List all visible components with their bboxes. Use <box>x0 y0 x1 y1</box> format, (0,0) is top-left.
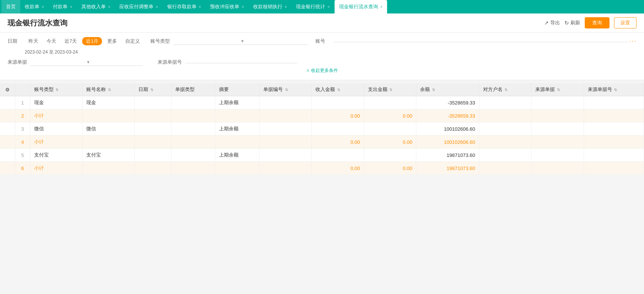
col-income-label: 收入金额 <box>315 87 335 92</box>
table-cell <box>0 96 15 109</box>
table-body: 1现金现金上期余额-3528659.332小计0.000.00-3528659.… <box>0 96 644 175</box>
col-summary-label: 摘要 <box>219 87 229 92</box>
col-doc-no-label: 单据编号 <box>263 87 283 92</box>
close-bank-deposit-icon[interactable]: × <box>199 4 201 9</box>
nav-tab-bank-deposit[interactable]: 银行存取款单 × <box>163 0 206 13</box>
sort-account-type-icon: ⇅ <box>56 88 59 92</box>
close-other-income-icon[interactable]: × <box>108 4 110 9</box>
table-cell: 4 <box>15 136 30 149</box>
source-doc-no-label: 来源单据号 <box>158 59 182 66</box>
account-input[interactable] <box>333 40 627 42</box>
table-row[interactable]: 2小计0.000.00-3528659.33 <box>0 109 644 122</box>
refresh-button[interactable]: ↻ 刷新 <box>564 19 580 26</box>
account-dots-button[interactable]: ··· <box>629 38 636 45</box>
table-row[interactable]: 1现金现金上期余额-3528659.33 <box>0 96 644 109</box>
col-settings[interactable]: ⚙ <box>0 83 15 96</box>
nav-tab-adjust[interactable]: 应收应付调整单 × <box>115 0 162 13</box>
nav-tab-receipt[interactable]: 收款单 × <box>20 0 48 13</box>
table-cell <box>171 149 215 162</box>
close-verify-icon[interactable]: × <box>285 4 287 9</box>
date-btn-more[interactable]: 更多 <box>104 37 120 45</box>
table-cell: 0.00 <box>364 162 416 175</box>
col-doc-type: 单据类型 <box>171 83 215 96</box>
table-row[interactable]: 3微信微信上期余额100102606.60 <box>0 122 644 136</box>
table-cell <box>135 162 171 175</box>
table-cell <box>0 136 15 149</box>
nav-tab-payment[interactable]: 付款单 × <box>48 0 77 13</box>
source-doc-filter-item: 来源单据 ▾ <box>8 58 143 66</box>
date-btn-custom[interactable]: 自定义 <box>122 37 143 45</box>
date-filter-item: 日期 昨天 今天 近7天 近1月 更多 自定义 <box>8 37 143 45</box>
close-cash-flow-icon[interactable]: × <box>380 4 383 9</box>
col-counterpart[interactable]: 对方户名 ⇅ <box>479 83 531 96</box>
table-cell: 上期余额 <box>215 96 259 109</box>
close-adjust-icon[interactable]: × <box>156 4 158 9</box>
table-cell: 19871073.60 <box>416 149 479 162</box>
table-cell: -3528659.33 <box>416 96 479 109</box>
table-cell <box>531 122 584 136</box>
account-type-chevron-icon: ▾ <box>241 38 306 44</box>
col-date-label: 日期 <box>138 87 148 92</box>
query-button[interactable]: 查询 <box>585 17 609 28</box>
col-doc-type-label: 单据类型 <box>175 87 195 92</box>
table-cell <box>215 109 259 122</box>
date-btn-yesterday[interactable]: 昨天 <box>26 37 41 45</box>
col-account-type[interactable]: 账号类型 ⇅ <box>30 83 82 96</box>
sort-doc-no-icon: ⇅ <box>285 88 288 92</box>
table-cell <box>364 122 416 136</box>
date-btn-today[interactable]: 今天 <box>44 37 59 45</box>
nav-tab-home[interactable]: 首页 <box>2 0 20 13</box>
filter-row-2: 来源单据 ▾ 来源单据号 <box>8 58 636 66</box>
table-row[interactable]: 6小计0.000.0019871073.60 <box>0 162 644 175</box>
table-container: ⚙ 账号类型 ⇅ 账号名称 ⇅ 日期 ⇅ 单据类型 摘要 <box>0 83 644 175</box>
table-cell: 微信 <box>30 122 82 136</box>
close-receipt-icon[interactable]: × <box>42 4 44 9</box>
source-doc-no-filter-item: 来源单据号 <box>158 59 297 66</box>
col-income[interactable]: 收入金额 ⇅ <box>312 83 364 96</box>
nav-tab-cash-flow-label: 现金银行流水查询 <box>339 3 378 10</box>
table-cell: 19871073.60 <box>416 162 479 175</box>
nav-tab-verify-label: 收款核销执行 <box>253 3 282 10</box>
nav-tab-cash-flow[interactable]: 现金银行流水查询 × <box>335 0 387 13</box>
table-row[interactable]: 4小计0.000.00100102606.60 <box>0 136 644 149</box>
col-account-name[interactable]: 账号名称 ⇅ <box>82 83 134 96</box>
close-payment-icon[interactable]: × <box>70 4 72 9</box>
source-doc-no-input[interactable] <box>185 61 297 63</box>
col-source-doc[interactable]: 来源单据 ⇅ <box>531 83 584 96</box>
col-balance[interactable]: 余额 ⇅ <box>416 83 479 96</box>
nav-tab-pre-collect[interactable]: 预收冲应收单 × <box>206 0 248 13</box>
source-doc-select[interactable]: ▾ <box>30 58 143 66</box>
col-doc-no[interactable]: 单据编号 ⇅ <box>259 83 311 96</box>
table-cell: 0.00 <box>364 136 416 149</box>
nav-tab-cash-stat[interactable]: 现金银行统计 × <box>291 0 334 13</box>
col-source-doc-no[interactable]: 来源单据号 ⇅ <box>584 83 644 96</box>
col-date[interactable]: 日期 ⇅ <box>135 83 171 96</box>
col-expense[interactable]: 支出金额 ⇅ <box>364 83 416 96</box>
close-cash-stat-icon[interactable]: × <box>327 4 330 9</box>
table-cell <box>531 96 584 109</box>
date-btn-7days[interactable]: 近7天 <box>62 37 80 45</box>
settings-button[interactable]: 设置 <box>614 17 636 28</box>
nav-tab-verify[interactable]: 收款核销执行 × <box>249 0 291 13</box>
nav-tab-other-income[interactable]: 其他收入单 × <box>77 0 115 13</box>
sort-source-doc-icon: ⇅ <box>557 88 560 92</box>
table-cell <box>215 136 259 149</box>
date-btn-1month[interactable]: 近1月 <box>82 37 102 45</box>
nav-tab-bank-deposit-label: 银行存取款单 <box>167 3 197 10</box>
export-button[interactable]: ↗ 导出 <box>544 19 560 26</box>
account-type-select[interactable]: ▾ <box>173 37 308 45</box>
table-cell <box>0 149 15 162</box>
collapse-bar[interactable]: ∧ 收起更多条件 <box>8 66 636 75</box>
col-account-name-label: 账号名称 <box>86 87 106 92</box>
nav-tab-payment-label: 付款单 <box>53 3 68 10</box>
close-pre-collect-icon[interactable]: × <box>242 4 244 9</box>
page-title: 现金银行流水查询 <box>8 18 68 28</box>
table-cell <box>82 162 134 175</box>
table-cell <box>82 109 134 122</box>
table-cell <box>259 96 311 109</box>
table-cell <box>312 96 364 109</box>
table-row[interactable]: 5支付宝支付宝上期余额19871073.60 <box>0 149 644 162</box>
table-cell <box>312 149 364 162</box>
table-cell <box>171 136 215 149</box>
account-type-label: 账号类型 <box>150 38 170 45</box>
